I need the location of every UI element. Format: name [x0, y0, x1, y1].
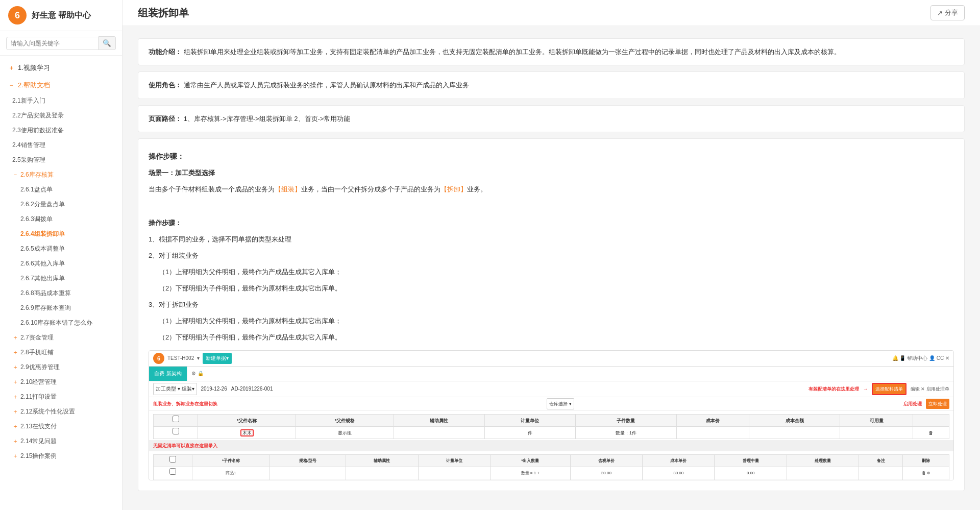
sim-bottom-row-1: 商品1 数量 = 1 + 30.00 30.00 0.00: [154, 467, 949, 479]
sim-tab-new-btn: 新架构: [166, 369, 182, 379]
nav-section-help-header[interactable]: － 2.帮助文档: [0, 77, 122, 93]
nav-item-2-6[interactable]: － 2.6库存核算: [12, 167, 122, 182]
content-area: 功能介绍： 组装拆卸单用来处理企业组装或拆卸等加工业务，支持有固定装配清单的产品…: [122, 26, 980, 510]
nav-item-2-6-9[interactable]: 2.6.9库存账本查询: [20, 301, 122, 315]
nav-item-2-15[interactable]: ＋2.15操作案例: [12, 449, 122, 464]
sim-annotation-top: 有装配清单的在这里处理: [808, 384, 859, 394]
sim-top-table-header-row: *父件名称 *父件规格 辅助属性 计量单位 子件数量 成本价 成本金额 可用量: [154, 415, 949, 427]
content-main-block: 操作步骤： 场景一：加工类型选择 当由多个子件材料组装成一个成品的业务为【组装】…: [138, 138, 965, 491]
sim-sub-header: 组装业务、拆卸业务在这里切换 仓库选择 ▾ 启用处理 立即处理: [149, 397, 953, 411]
nav-item-2-6-4[interactable]: 2.6.4组装拆卸单: [20, 227, 122, 241]
btr1-qty: 数量 = 1 +: [490, 467, 570, 479]
th-cost-price: 成本价: [676, 415, 749, 427]
bth-aux: 辅助属性: [346, 455, 418, 467]
logo-text: 好生意 帮助中心: [32, 10, 91, 21]
nav-item-2-6-2[interactable]: 2.6.2分量盘点单: [20, 197, 122, 212]
nav-item-2-6-8[interactable]: 2.6.8商品成本重算: [20, 286, 122, 301]
nav-item-2-11[interactable]: ＋2.11打印设置: [12, 390, 122, 404]
screenshot-container: 6 TEST-H002 ▾ 新建单据▾ 🔔 📱 帮助中心 👤 CC ✕ 自费: [149, 350, 954, 480]
nav-item-2-8[interactable]: ＋2.8手机旺铺: [12, 345, 122, 360]
highlight-assemble: 【组装】: [275, 185, 301, 193]
btr2-note: [859, 479, 903, 481]
sim-new-btn: 新建单据▾: [203, 353, 232, 364]
sim-tab-icon-area: ⚙ 🔒: [187, 367, 208, 381]
share-button[interactable]: ↗ 分享: [930, 5, 965, 20]
bth-qty: *出入数量: [490, 455, 570, 467]
sim-nav-item1: ▾: [197, 353, 200, 363]
sim-bottom-header: 无固定清单可以直接在这里录入: [149, 440, 953, 451]
nav-item-2-4[interactable]: 2.4销售管理: [12, 138, 122, 153]
search-button[interactable]: 🔍: [99, 36, 116, 50]
nav-item-2-7[interactable]: ＋2.7资金管理: [12, 330, 122, 345]
search-input[interactable]: [6, 37, 99, 50]
sim-process-annotation: 启用处理: [903, 399, 922, 408]
th-parent-name: *父件名称: [198, 415, 296, 427]
bth-spec: 规格/型号: [270, 455, 346, 467]
td-spec-1: 显示组: [296, 427, 394, 439]
btr2-proc: 0.00: [715, 479, 787, 481]
topbar: 组装拆卸单 ↗ 分享: [122, 0, 980, 26]
nav-item-2-13[interactable]: ＋2.13在线支付: [12, 419, 122, 434]
td-checkbox-1: [154, 427, 198, 439]
row-check-1[interactable]: [173, 428, 179, 434]
sim-bottom-row-2: 商品2 数量 = 1 + 30.00 0.00: [154, 479, 949, 481]
th-aux-attr: 辅助属性: [394, 415, 484, 427]
btr1-spec: [270, 467, 346, 479]
sim-titlebar-left: 6 TEST-H002 ▾ 新建单据▾: [153, 353, 232, 364]
td-aux-1: [394, 427, 484, 439]
td-available-1: [840, 427, 913, 439]
nav-item-2-6-10[interactable]: 2.6.10库存账本错了怎么办: [20, 315, 122, 330]
nav-item-2-6-5[interactable]: 2.6.5成本调整单: [20, 241, 122, 256]
nav-item-2-9[interactable]: ＋2.9优惠券管理: [12, 360, 122, 375]
th-cost-amount: 成本金额: [749, 415, 840, 427]
sim-date: 2019-12-26: [201, 384, 227, 394]
nav-item-2-12[interactable]: ＋2.12系统个性化设置: [12, 404, 122, 419]
sidebar: 6 好生意 帮助中心 🔍 ＋ 1.视频学习 － 2.帮助文档 2.1新手入门 2…: [0, 0, 122, 510]
select-all-top[interactable]: [173, 416, 179, 422]
btr1-name: 商品1: [192, 467, 270, 479]
th-available: 可用量: [840, 415, 913, 427]
role-block: 使用角色： 通常由生产人员或库管人员完成拆装业务的操作，库管人员确认原材料的出库…: [138, 71, 965, 99]
nav-sub-help: 2.1新手入门 2.2产品安装及登录 2.3使用前数据准备 2.4销售管理 2.…: [0, 93, 122, 464]
sim-title: TEST-H002: [167, 353, 194, 363]
btr1-cost: 30.00: [643, 467, 715, 479]
highlight-disassemble: 【拆卸】: [440, 185, 467, 193]
nav-item-2-3[interactable]: 2.3使用前数据准备: [12, 123, 122, 138]
nav-item-2-6-3[interactable]: 2.6.3调拨单: [20, 212, 122, 227]
btr2-done: [787, 479, 859, 481]
btr2-unit: [418, 479, 490, 481]
nav-item-2-6-1[interactable]: 2.6.1盘点单: [20, 182, 122, 197]
nav-item-2-6-7[interactable]: 2.6.7其他出库单: [20, 271, 122, 286]
sim-annotation-btn: 选择配料清单: [872, 383, 906, 395]
nav-item-2-5[interactable]: 2.5采购管理: [12, 153, 122, 167]
btr2-check: [154, 479, 192, 481]
td-name-1: 木木: [198, 427, 296, 439]
main-area: 组装拆卸单 ↗ 分享 功能介绍： 组装拆卸单用来处理企业组装或拆卸等加工业务，支…: [122, 0, 980, 510]
nav-item-2-10[interactable]: ＋2.10经营管理: [12, 375, 122, 390]
step-2-1: （1）上部明细为父件明细，最终作为产成品生成其它入库单；: [159, 265, 954, 279]
step-3-2: （2）下部明细为子件明细，最终作为产成品生成其它入库单。: [159, 331, 954, 344]
logo-icon: 6: [8, 6, 27, 25]
btr1-unit: [418, 467, 490, 479]
nav-item-2-6-6[interactable]: 2.6.6其他入库单: [20, 256, 122, 271]
bth-proc-qty: 普理中量: [715, 455, 787, 467]
path-label: 页面路径：: [149, 115, 182, 123]
sim-action-btns: 编辑 ✕ 启用处理单: [911, 384, 949, 394]
nav-item-2-14[interactable]: ＋2.14常见问题: [12, 434, 122, 449]
nav-section-help: － 2.帮助文档 2.1新手入门 2.2产品安装及登录 2.3使用前数据准备 2…: [0, 77, 122, 464]
td-unit-1: 件: [484, 427, 575, 439]
sim-top-table: *父件名称 *父件规格 辅助属性 计量单位 子件数量 成本价 成本金额 可用量: [153, 414, 949, 439]
bottom-row1-check[interactable]: [169, 468, 176, 475]
th-unit: 计量单位: [484, 415, 575, 427]
sim-logo: 6: [153, 353, 164, 364]
scenario1-title: 场景一：加工类型选择: [149, 166, 954, 180]
select-all-bottom[interactable]: [169, 456, 176, 463]
nav-section-video-header[interactable]: ＋ 1.视频学习: [0, 60, 122, 76]
page-title: 组装拆卸单: [138, 6, 189, 20]
nav-item-2-1[interactable]: 2.1新手入门: [12, 93, 122, 108]
intro-text: 组装拆卸单用来处理企业组装或拆卸等加工业务，支持有固定装配清单的产品加工业务，也…: [184, 48, 841, 56]
nav-item-2-2[interactable]: 2.2产品安装及登录: [12, 108, 122, 123]
btr2-tax: 30.00: [570, 479, 642, 481]
td-qty-1: 数量：1件: [575, 427, 676, 439]
sim-bottom-table-area: *子件名称 规格/型号 辅助属性 计量单位 *出入数量 含税单价 成本单价 普理…: [149, 451, 953, 480]
